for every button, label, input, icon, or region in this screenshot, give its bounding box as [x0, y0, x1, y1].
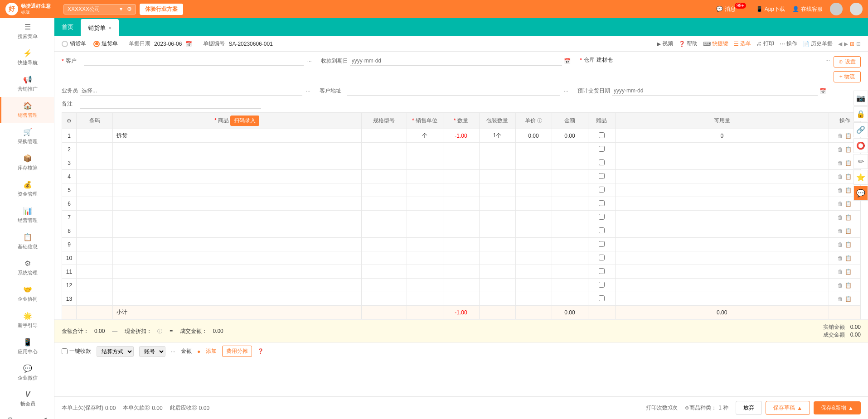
sidebar-item-operations[interactable]: 📊 经营管理 — [0, 202, 54, 228]
tab-close-icon[interactable]: × — [108, 25, 112, 31]
action-video[interactable]: ▶ 视频 — [657, 40, 673, 48]
float-edit-btn[interactable]: ✏ — [853, 154, 868, 169]
customer-addr-dots[interactable]: ··· — [564, 88, 568, 94]
row-delete-icon[interactable]: 🗑 — [838, 133, 843, 139]
message-button[interactable]: 💬 消息 99+ — [716, 5, 749, 13]
col-settings[interactable]: ⚙ — [62, 113, 77, 129]
row-delete-icon[interactable]: 🗑 — [838, 173, 843, 180]
sidebar-item-member[interactable]: V 畅会员 — [0, 386, 54, 412]
sidebar-item-search[interactable]: ☰ 搜索菜单 — [0, 18, 54, 44]
float-camera-btn[interactable]: 📷 — [853, 91, 868, 106]
sidebar-collapse-icon[interactable]: ◀ — [42, 416, 47, 419]
row-delete-icon[interactable]: 🗑 — [838, 282, 843, 289]
date-calendar-icon[interactable]: 📅 — [185, 41, 192, 47]
expected-date-icon[interactable]: 📅 — [820, 88, 826, 94]
sidebar-item-collab[interactable]: 🤝 企业协同 — [0, 281, 54, 307]
save-new-button[interactable]: 保存&新增 ▲ — [814, 401, 861, 414]
sidebar-item-guide[interactable]: 🌟 新手引导 — [0, 307, 54, 333]
salesperson-dots[interactable]: ··· — [306, 88, 310, 94]
row-copy-icon[interactable]: 📋 — [845, 269, 852, 275]
row-copy-icon[interactable]: 📋 — [845, 201, 852, 207]
abandon-button[interactable]: 放弃 — [736, 401, 762, 415]
sidebar-item-marketing[interactable]: 📢 营销推广 — [0, 71, 54, 97]
row-delete-icon[interactable]: 🗑 — [838, 296, 843, 302]
note-input[interactable] — [80, 99, 261, 109]
sidebar-item-shortcut[interactable]: ⚡ 快捷导航 — [0, 44, 54, 71]
row-copy-icon[interactable]: 📋 — [845, 241, 852, 248]
view-prev-icon[interactable]: ◀ — [838, 41, 842, 47]
customer-addr-input[interactable] — [347, 86, 560, 96]
salesperson-input[interactable] — [80, 86, 302, 96]
float-star-btn[interactable]: ⭐ — [853, 170, 868, 185]
payment-account-select[interactable]: 账号 — [139, 346, 165, 357]
row-delete-icon[interactable]: 🗑 — [838, 241, 843, 248]
action-select[interactable]: ☰ 选单 — [734, 40, 751, 48]
row-delete-icon[interactable]: 🗑 — [838, 255, 843, 261]
sidebar-item-wechat[interactable]: 💬 企业微信 — [0, 360, 54, 386]
float-link-btn[interactable]: 🔗 — [853, 122, 868, 137]
row-copy-icon[interactable]: 📋 — [845, 146, 852, 153]
settings-button[interactable]: ⊙ 设置 — [834, 56, 861, 67]
row-copy-icon[interactable]: 📋 — [845, 133, 852, 139]
sidebar-item-inventory[interactable]: 📦 库存核算 — [0, 149, 54, 176]
float-chat-btn[interactable]: 💬 — [853, 186, 868, 201]
one-key-checkbox[interactable] — [62, 348, 68, 354]
row-copy-icon[interactable]: 📋 — [845, 187, 852, 193]
row-copy-icon[interactable]: 📋 — [845, 296, 852, 302]
row-delete-icon[interactable]: 🗑 — [838, 146, 843, 153]
tab-sales-order[interactable]: 销货单 × — [81, 19, 119, 37]
row-copy-icon[interactable]: 📋 — [845, 160, 852, 166]
action-help[interactable]: ❓ 帮助 — [679, 40, 698, 48]
view-list-icon[interactable]: ⊟ — [856, 41, 861, 47]
trial-button[interactable]: 体验行业方案 — [140, 4, 183, 15]
row-copy-icon[interactable]: 📋 — [845, 173, 852, 180]
sidebar-item-finance[interactable]: 💰 资金管理 — [0, 176, 54, 202]
add-label[interactable]: 添加 — [206, 347, 217, 355]
sidebar-item-basic[interactable]: 📋 基础信息 — [0, 228, 54, 255]
company-selector[interactable]: XXXXXX公司 ▾ ⚙ — [63, 4, 136, 14]
row-delete-icon[interactable]: 🗑 — [838, 228, 843, 234]
row-delete-icon[interactable]: 🗑 — [838, 214, 843, 221]
row-delete-icon[interactable]: 🗑 — [838, 201, 843, 207]
scan-button[interactable]: 扫码录入 — [230, 116, 259, 126]
action-operate[interactable]: ⋯ 操作 — [780, 40, 797, 48]
one-key-payment[interactable]: 一键收款 — [62, 347, 91, 355]
radio-sale[interactable]: 销货单 — [62, 40, 86, 48]
logistics-button[interactable]: + 物流 — [834, 71, 861, 82]
radio-return[interactable]: 退货单 — [93, 40, 118, 48]
view-next-icon[interactable]: ▶ — [844, 41, 848, 47]
user-avatar[interactable] — [830, 3, 843, 15]
customer-input[interactable] — [84, 56, 304, 66]
row-delete-icon[interactable]: 🗑 — [838, 187, 843, 193]
float-circle-btn[interactable]: ⭕ — [853, 138, 868, 153]
action-shortcut[interactable]: ⌨ 快捷键 — [703, 40, 728, 48]
action-print[interactable]: 🖨 打印 — [756, 40, 774, 48]
sidebar-item-sales[interactable]: 🏠 销售管理 — [0, 97, 54, 123]
float-lock-btn[interactable]: 🔒 — [853, 106, 868, 121]
fee-split-button[interactable]: 费用分摊 — [222, 346, 252, 357]
expected-date-input[interactable] — [612, 86, 818, 96]
row-copy-icon[interactable]: 📋 — [845, 282, 852, 289]
user-avatar-2[interactable] — [850, 3, 863, 15]
row-copy-icon[interactable]: 📋 — [845, 214, 852, 221]
row-copy-icon[interactable]: 📋 — [845, 228, 852, 234]
row-delete-icon[interactable]: 🗑 — [838, 269, 843, 275]
view-grid-icon[interactable]: ⊞ — [850, 41, 854, 47]
receive-date-icon[interactable]: 📅 — [564, 58, 571, 64]
save-draft-button[interactable]: 保存草稿 ▲ — [766, 401, 810, 415]
app-download-button[interactable]: 📱 App下载 — [756, 5, 785, 13]
sidebar-item-purchase[interactable]: 🛒 采购管理 — [0, 123, 54, 149]
tab-home[interactable]: 首页 — [54, 18, 81, 36]
settings-icon[interactable]: ⚙ — [127, 6, 132, 12]
warehouse-dots[interactable]: ··· — [825, 57, 830, 63]
action-history[interactable]: 📄 历史单据 — [803, 40, 833, 48]
account-dots[interactable]: ··· — [171, 348, 175, 355]
row-copy-icon[interactable]: 📋 — [845, 255, 852, 261]
customer-dots[interactable]: ··· — [307, 58, 312, 64]
sidebar-item-apps[interactable]: 📱 应用中心 — [0, 333, 54, 360]
payment-method-select[interactable]: 结算方式 — [97, 346, 134, 357]
row-delete-icon[interactable]: 🗑 — [838, 160, 843, 166]
online-service-button[interactable]: 👤 在线客服 — [792, 5, 823, 13]
receive-date-input[interactable] — [350, 56, 563, 66]
sidebar-item-system[interactable]: ⚙ 系统管理 — [0, 255, 54, 281]
